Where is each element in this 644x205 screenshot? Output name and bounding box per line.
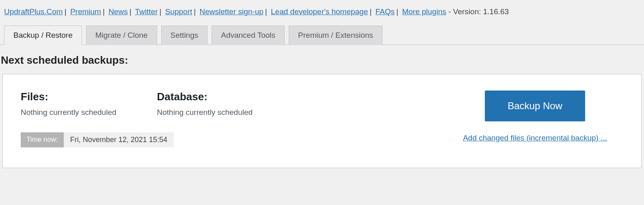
- top-links-bar: UpdraftPlus.Com| Premium| News| Twitter|…: [0, 0, 644, 21]
- files-status: Nothing currently scheduled: [21, 108, 117, 117]
- tab-settings[interactable]: Settings: [161, 26, 208, 45]
- link-more-plugins[interactable]: More plugins: [402, 7, 446, 16]
- version-text: - Version: 1.16.63: [448, 7, 509, 16]
- tab-premium-extensions[interactable]: Premium / Extensions: [289, 26, 383, 45]
- link-newsletter[interactable]: Newsletter sign-up: [199, 7, 263, 16]
- files-label: Files:: [21, 91, 117, 103]
- backup-now-button[interactable]: Backup Now: [485, 91, 585, 121]
- tab-migrate-clone[interactable]: Migrate / Clone: [86, 26, 157, 45]
- files-schedule-block: Files: Nothing currently scheduled: [21, 91, 117, 117]
- tab-backup-restore[interactable]: Backup / Restore: [4, 26, 82, 45]
- database-label: Database:: [157, 91, 253, 103]
- link-news[interactable]: News: [108, 7, 128, 16]
- database-status: Nothing currently scheduled: [157, 108, 253, 117]
- section-title: Next scheduled backups:: [1, 45, 644, 74]
- time-now-label: Time now:: [21, 132, 64, 147]
- link-updraftplus[interactable]: UpdraftPlus.Com: [4, 7, 63, 16]
- database-schedule-block: Database: Nothing currently scheduled: [157, 91, 253, 117]
- link-lead-developer[interactable]: Lead developer's homepage: [271, 7, 368, 16]
- panel-left: Files: Nothing currently scheduled Datab…: [21, 91, 463, 147]
- link-twitter[interactable]: Twitter: [135, 7, 158, 16]
- tabs-container: Backup / Restore Migrate / Clone Setting…: [0, 21, 644, 45]
- link-support[interactable]: Support: [165, 7, 192, 16]
- time-now-row: Time now: Fri, November 12, 2021 15:54: [21, 132, 463, 147]
- schedule-row: Files: Nothing currently scheduled Datab…: [21, 91, 463, 117]
- link-premium[interactable]: Premium: [70, 7, 101, 16]
- incremental-backup-link[interactable]: Add changed files (incremental backup) .…: [463, 134, 607, 142]
- panel-right: Backup Now Add changed files (incrementa…: [463, 91, 623, 142]
- schedule-panel: Files: Nothing currently scheduled Datab…: [2, 74, 642, 168]
- time-now-value: Fri, November 12, 2021 15:54: [64, 132, 174, 147]
- link-faqs[interactable]: FAQs: [375, 7, 395, 16]
- tab-advanced-tools[interactable]: Advanced Tools: [212, 26, 285, 45]
